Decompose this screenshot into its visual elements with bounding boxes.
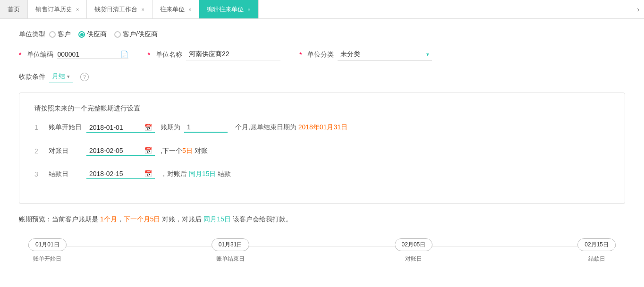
tab-more-button[interactable]: › bbox=[632, 0, 644, 18]
unit-code-label: 单位编码 bbox=[27, 51, 53, 59]
unit-code-input[interactable] bbox=[57, 51, 119, 58]
payment-calendar-icon[interactable]: 📅 bbox=[144, 170, 152, 177]
unit-code-icon[interactable]: 📄 bbox=[120, 51, 128, 58]
radio-customer[interactable]: 客户 bbox=[49, 30, 71, 39]
account-start-date-input[interactable]: 📅 bbox=[86, 123, 155, 133]
unit-category-group: * 单位分类 未分类 ▾ bbox=[299, 48, 432, 61]
timeline-node-1-pill: 01月01日 bbox=[28, 238, 67, 251]
timeline-node-3-label: 对账日 bbox=[405, 255, 422, 263]
reconciliation-row: 2 对账日 📅 ,下一个5日 对账 bbox=[34, 146, 610, 156]
timeline-node-3-pill: 02月05日 bbox=[395, 238, 433, 251]
account-start-calendar-icon[interactable]: 📅 bbox=[144, 124, 152, 131]
timeline-node-3: 02月05日 对账日 bbox=[395, 238, 433, 263]
preview-period: 1个月 bbox=[100, 215, 117, 223]
tab-cash-work[interactable]: 钱货日清工作台 × bbox=[87, 0, 152, 18]
reconciliation-date-input[interactable]: 📅 bbox=[86, 146, 155, 156]
timeline-section: 01月01日 账单开始日 01月31日 账单结束日 02月05日 对账日 02月… bbox=[19, 238, 625, 287]
unit-name-required: * bbox=[147, 51, 150, 59]
payment-date-hl: 同月15日 bbox=[189, 170, 216, 177]
main-content: 单位类型 客户 供应商 客户/供应商 bbox=[0, 19, 644, 287]
tab-sales-order-close[interactable]: × bbox=[76, 7, 79, 12]
tab-cash-work-close[interactable]: × bbox=[141, 7, 144, 12]
account-start-date-field[interactable] bbox=[89, 124, 141, 131]
row-num-1: 1 bbox=[34, 124, 49, 131]
tab-partner-close[interactable]: × bbox=[188, 7, 191, 12]
preview-text: 账期预览：当前客户账期是 1个月，下一个月5日 对账，对账后 同月15日 该客户… bbox=[19, 213, 625, 225]
payment-terms-help-icon[interactable]: ? bbox=[80, 73, 89, 81]
row-label-2: 对账日 bbox=[49, 147, 86, 155]
reconciliation-desc: ,下一个5日 对账 bbox=[161, 147, 208, 155]
tab-home[interactable]: 首页 bbox=[0, 0, 28, 18]
unit-name-group: * 单位名称 bbox=[147, 49, 280, 60]
row-label-3: 结款日 bbox=[49, 170, 86, 178]
radio-both[interactable]: 客户/供应商 bbox=[114, 30, 158, 39]
radio-customer-label: 客户 bbox=[58, 30, 71, 39]
unit-category-label: 单位分类 bbox=[307, 51, 334, 59]
radio-supplier[interactable]: 供应商 bbox=[78, 30, 107, 39]
tab-edit-partner-close[interactable]: × bbox=[247, 7, 250, 12]
reconciliation-hl: 5日 bbox=[182, 147, 193, 154]
tab-bar: 首页 销售订单历史 × 钱货日清工作台 × 往来单位 × 编辑往来单位 × › bbox=[0, 0, 644, 19]
unit-type-label: 单位类型 bbox=[19, 30, 45, 39]
preview-reconcile-date: 下一个月5日 bbox=[124, 215, 161, 223]
timeline-node-4-label: 结款日 bbox=[588, 255, 605, 263]
timeline-node-1-label: 账单开始日 bbox=[33, 255, 61, 263]
tab-sales-order[interactable]: 销售订单历史 × bbox=[28, 0, 87, 18]
radio-supplier-circle bbox=[78, 31, 85, 38]
reconciliation-calendar-icon[interactable]: 📅 bbox=[144, 147, 152, 154]
unit-info-row: * 单位编码 📄 * 单位名称 * 单位分类 未分类 ▾ bbox=[19, 48, 625, 61]
payment-date-input[interactable]: 📅 bbox=[86, 169, 155, 179]
unit-category-arrow-icon: ▾ bbox=[426, 51, 429, 58]
unit-code-required: * bbox=[19, 51, 21, 59]
radio-customer-circle bbox=[49, 31, 56, 38]
payment-date-field[interactable] bbox=[89, 170, 141, 177]
timeline-node-2-pill: 01月31日 bbox=[212, 238, 250, 251]
row-label-1: 账单开始日 bbox=[49, 123, 86, 132]
settings-title: 请按照未来的一个完整帐期进行设置 bbox=[34, 104, 610, 113]
payment-terms-select[interactable]: 月结 ▾ bbox=[49, 70, 73, 83]
tab-home-label: 首页 bbox=[8, 5, 20, 14]
unit-type-group: 单位类型 客户 供应商 客户/供应商 bbox=[19, 30, 158, 39]
period-unit-label: 个月,账单结束日期为 bbox=[235, 123, 297, 131]
tab-cash-work-label: 钱货日清工作台 bbox=[94, 5, 137, 14]
radio-both-circle bbox=[114, 31, 121, 38]
chevron-right-icon: › bbox=[637, 6, 639, 13]
radio-supplier-label: 供应商 bbox=[87, 30, 107, 39]
unit-category-dropdown[interactable]: 未分类 ▾ bbox=[338, 48, 432, 61]
tab-partner[interactable]: 往来单位 × bbox=[153, 0, 199, 18]
unit-type-row: 单位类型 客户 供应商 客户/供应商 bbox=[19, 30, 625, 39]
payment-terms-value: 月结 bbox=[52, 72, 65, 81]
unit-category-required: * bbox=[299, 51, 302, 59]
payment-terms-row: 收款条件 月结 ▾ ? bbox=[19, 70, 625, 83]
timeline-node-4-pill: 02月15日 bbox=[577, 238, 616, 251]
tab-sales-order-label: 销售订单历史 bbox=[35, 5, 72, 14]
unit-name-input[interactable] bbox=[186, 49, 280, 60]
period-unit-text: 个月,账单结束日期为 2018年01月31日 bbox=[233, 123, 347, 132]
unit-type-radio-group: 客户 供应商 客户/供应商 bbox=[49, 30, 158, 39]
row-num-2: 2 bbox=[34, 147, 49, 155]
period-input-wrap[interactable] bbox=[184, 122, 228, 133]
period-label: 账期为 bbox=[161, 123, 180, 132]
radio-supplier-inner bbox=[80, 33, 84, 36]
timeline-container: 01月01日 账单开始日 01月31日 账单结束日 02月05日 对账日 02月… bbox=[28, 238, 616, 271]
row-num-3: 3 bbox=[34, 170, 49, 178]
period-value-input[interactable] bbox=[187, 123, 225, 131]
timeline-nodes: 01月01日 账单开始日 01月31日 账单结束日 02月05日 对账日 02月… bbox=[28, 238, 616, 263]
payment-date-desc: ，对账后 同月15日 结款 bbox=[161, 170, 231, 178]
tab-edit-partner-label: 编辑往来单位 bbox=[207, 5, 244, 14]
tab-edit-partner[interactable]: 编辑往来单位 × bbox=[199, 0, 258, 18]
payment-date-row: 3 结款日 📅 ，对账后 同月15日 结款 bbox=[34, 169, 610, 179]
unit-category-value: 未分类 bbox=[340, 50, 424, 59]
period-end-date: 2018年01月31日 bbox=[298, 123, 347, 131]
payment-terms-group: 收款条件 月结 ▾ ? bbox=[19, 70, 89, 83]
payment-terms-arrow-icon: ▾ bbox=[67, 74, 70, 80]
settings-box: 请按照未来的一个完整帐期进行设置 1 账单开始日 📅 账期为 个月,账单结束日期… bbox=[19, 93, 625, 204]
reconciliation-date-field[interactable] bbox=[89, 147, 141, 154]
timeline-node-1: 01月01日 账单开始日 bbox=[28, 238, 67, 263]
tab-partner-label: 往来单位 bbox=[160, 5, 185, 14]
unit-code-group: * 单位编码 📄 bbox=[19, 51, 128, 59]
account-start-row: 1 账单开始日 📅 账期为 个月,账单结束日期为 2018年01月31日 bbox=[34, 122, 610, 133]
timeline-node-2-label: 账单结束日 bbox=[216, 255, 245, 263]
unit-code-input-wrap: 📄 bbox=[57, 51, 128, 59]
payment-terms-label: 收款条件 bbox=[19, 73, 45, 81]
